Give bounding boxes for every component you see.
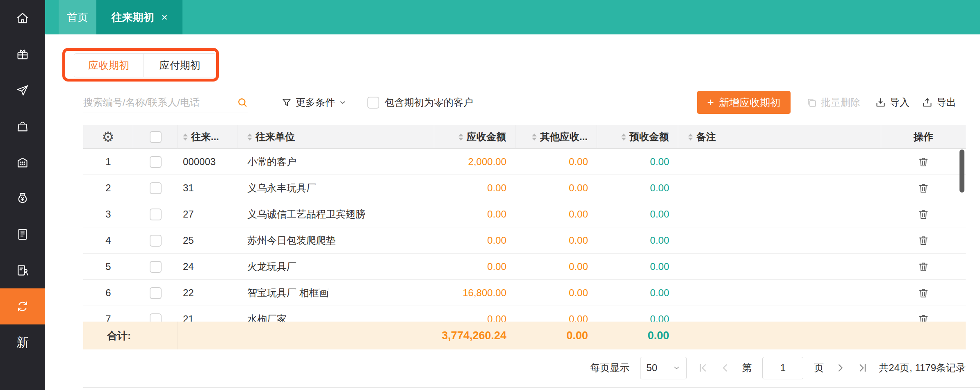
delete-row-button[interactable] [917,234,930,247]
row-index: 1 [83,149,133,175]
import-button[interactable]: 导入 [875,91,909,114]
money-bag-icon [16,191,30,205]
delete-row-button[interactable] [917,156,930,168]
row-remark [678,175,881,201]
row-receivable: 16,800.00 [434,280,515,306]
sidebar-item-home[interactable] [0,0,45,36]
per-page-select[interactable]: 50 [640,357,687,379]
search-box [83,92,248,113]
last-page-button[interactable] [857,362,868,374]
sidebar-item-purchase[interactable] [0,108,45,144]
row-index: 7 [83,306,133,322]
row-receivable: 2,000.00 [434,149,515,175]
header-action: 操作 [881,125,966,149]
header-remark[interactable]: 备注 [678,125,881,149]
trash-icon [917,287,930,299]
row-other-receivable: 0.00 [515,201,597,227]
row-prepaid: 0.00 [597,175,678,201]
sidebar-item-new[interactable]: 新 [0,324,45,361]
table-row: 5 24 火龙玩具厂 0.00 0.00 0.00 [83,254,966,280]
row-code: 31 [178,175,237,201]
batch-delete-button[interactable]: 批量删除 [806,91,860,114]
chevron-left-icon [720,362,731,374]
add-receivable-button[interactable]: + 新增应收期初 [697,91,791,114]
delete-row-button[interactable] [917,208,930,220]
per-page-label: 每页显示 [590,361,629,374]
delete-row-button[interactable] [917,313,930,322]
batch-delete-label: 批量删除 [821,96,860,109]
table-scrollbar[interactable] [959,150,964,193]
row-checkbox[interactable] [150,156,162,168]
sidebar-item-warehouse[interactable] [0,144,45,180]
row-checkbox[interactable] [150,182,162,194]
topbar-tab-home[interactable]: 首页 [59,0,96,34]
row-receivable: 0.00 [434,254,515,280]
row-checkbox[interactable] [150,235,162,247]
header-settings[interactable]: ⚙ [83,125,133,149]
header-other-receivable[interactable]: 其他应收... [515,125,597,149]
search-icon[interactable] [237,97,248,108]
export-button[interactable]: 导出 [922,91,956,114]
header-receivable[interactable]: 应收金额 [434,125,515,149]
row-name: 智宝玩具厂 相框画 [237,280,434,306]
row-prepaid: 0.00 [597,149,678,175]
prev-page-button[interactable] [720,362,731,374]
export-label: 导出 [937,96,956,109]
close-tab-icon[interactable]: × [161,11,167,24]
last-page-icon [857,362,868,374]
sidebar-item-products[interactable] [0,36,45,72]
include-zero-checkbox[interactable] [367,97,379,109]
row-code: 000003 [178,149,237,175]
sidebar-item-contacts[interactable] [0,252,45,288]
table-row: 7 21 水枸厂家 0.00 0.00 0.00 [83,306,966,322]
delete-row-button[interactable] [917,182,930,194]
sidebar-item-sales[interactable] [0,72,45,108]
trash-icon [917,313,930,322]
search-input[interactable] [83,97,237,108]
topbar-tab-active[interactable]: 往来期初 × [96,0,182,34]
sort-icon [688,134,693,141]
page-number-input[interactable] [762,357,803,379]
tab-payable-opening[interactable]: 应付期初 [143,54,216,77]
next-page-button[interactable] [834,362,846,374]
first-page-button[interactable] [697,362,709,374]
bag-icon [16,119,30,133]
export-icon [922,97,933,108]
new-badge-icon: 新 [16,334,29,351]
sidebar-item-orders[interactable] [0,216,45,252]
opening-balance-table: ⚙ 往来... 往来单位 应收金额 其他应收... 预收金额 备注 操作 1 0… [83,125,966,349]
row-checkbox[interactable] [150,287,162,299]
add-receivable-label: 新增应收期初 [719,96,780,109]
more-filters-button[interactable]: 更多条件 [281,92,347,113]
trash-icon [917,182,930,194]
sort-icon [621,134,626,141]
tab-payable-label: 应付期初 [160,59,201,72]
select-all-checkbox[interactable] [150,131,162,143]
pagination-bar: 每页显示 50 第 页 共24页, 1179条记录 [83,356,966,380]
import-label: 导入 [890,96,909,109]
row-other-receivable: 0.00 [515,149,597,175]
sidebar-item-opening-balance[interactable] [0,288,45,324]
header-prepaid[interactable]: 预收金额 [597,125,678,149]
table-row: 6 22 智宝玩具厂 相框画 16,800.00 0.00 0.00 [83,280,966,306]
row-checkbox[interactable] [150,261,162,273]
row-index: 4 [83,227,133,254]
row-checkbox[interactable] [150,313,162,322]
row-remark [678,149,881,175]
row-receivable: 0.00 [434,227,515,254]
table-row: 4 25 苏州今日包装爬爬垫 0.00 0.00 0.00 [83,227,966,254]
delete-row-button[interactable] [917,261,930,273]
header-name[interactable]: 往来单位 [237,125,434,149]
page-prefix-label: 第 [742,361,752,374]
tab-receivable-opening[interactable]: 应收期初 [74,54,143,77]
row-code: 22 [178,280,237,306]
summary-prepaid: 0.00 [597,322,678,349]
row-receivable: 0.00 [434,175,515,201]
sidebar-item-finance[interactable] [0,180,45,216]
table-header: ⚙ 往来... 往来单位 应收金额 其他应收... 预收金额 备注 操作 [83,125,966,149]
row-checkbox[interactable] [150,209,162,220]
filter-funnel-icon [281,97,292,108]
header-code[interactable]: 往来... [178,125,237,149]
delete-row-button[interactable] [917,287,930,299]
row-receivable: 0.00 [434,201,515,227]
